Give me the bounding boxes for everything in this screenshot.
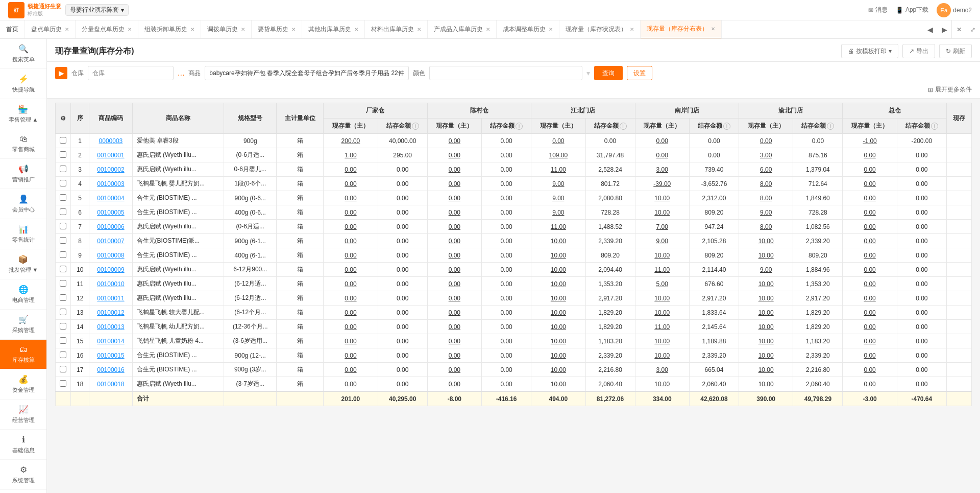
sidebar-item-basic[interactable]: ℹ 基础信息: [0, 430, 46, 460]
cell-select[interactable]: [56, 162, 71, 177]
sidebar-item-search[interactable]: 🔍 搜索英单: [0, 39, 46, 69]
cell-t-stock[interactable]: 0.00: [843, 348, 897, 363]
cell-na-stock[interactable]: 10.00: [635, 248, 690, 263]
cell-na-stock[interactable]: 9.00: [635, 234, 690, 248]
cell-yb-stock[interactable]: 6.00: [739, 162, 793, 177]
cell-na-stock[interactable]: 10.00: [635, 306, 690, 320]
row-checkbox[interactable]: [60, 180, 66, 186]
tab-home[interactable]: 首页: [0, 20, 25, 39]
cell-t-stock[interactable]: 0.00: [843, 291, 897, 306]
cell-yb-stock[interactable]: 10.00: [739, 377, 793, 392]
cell-select[interactable]: [56, 220, 71, 234]
sidebar-item-system[interactable]: ⚙ 系统管理: [0, 460, 46, 490]
cell-c-stock[interactable]: 0.00: [427, 277, 482, 291]
tab-requisition[interactable]: 要货单历史 ✕: [252, 20, 302, 39]
row-checkbox[interactable]: [60, 366, 66, 372]
cell-select[interactable]: [56, 277, 71, 291]
cell-c-stock[interactable]: 0.00: [427, 377, 482, 392]
close-icon[interactable]: ✕: [711, 26, 715, 32]
cell-f-stock[interactable]: 0.00: [324, 377, 378, 392]
setting-btn[interactable]: 设置: [627, 66, 652, 80]
info-icon[interactable]: i: [620, 123, 627, 130]
cell-code[interactable]: 00100011: [89, 291, 132, 306]
close-icon[interactable]: ✕: [65, 27, 69, 32]
cell-c-stock[interactable]: 0.00: [427, 248, 482, 263]
cell-code[interactable]: 00100016: [89, 363, 132, 377]
cell-c-stock[interactable]: 0.00: [427, 162, 482, 177]
tab-assembly[interactable]: 组装拆卸单历史 ✕: [138, 20, 201, 39]
cell-jb-stock[interactable]: 10.00: [531, 363, 586, 377]
cell-code[interactable]: 0000003: [89, 134, 132, 148]
cell-t-stock[interactable]: 0.00: [843, 205, 897, 220]
cell-code[interactable]: 00100012: [89, 306, 132, 320]
cell-c-stock[interactable]: 0.00: [427, 291, 482, 306]
cell-t-stock[interactable]: 0.00: [843, 306, 897, 320]
cell-na-stock[interactable]: 10.00: [635, 291, 690, 306]
cell-jb-stock[interactable]: 10.00: [531, 263, 586, 277]
close-icon[interactable]: ✕: [549, 27, 553, 32]
query-btn[interactable]: 查询: [594, 66, 623, 80]
cell-c-stock[interactable]: 0.00: [427, 320, 482, 334]
sidebar-item-purchase[interactable]: 🛒 采购管理: [0, 310, 46, 340]
sidebar-item-enterprise[interactable]: 🤝 企业协同: [0, 490, 46, 493]
cell-t-stock[interactable]: 0.00: [843, 191, 897, 205]
cell-na-stock[interactable]: 10.00: [635, 348, 690, 363]
sidebar-item-operation[interactable]: 📈 经营管理: [0, 400, 46, 430]
tab-transfer[interactable]: 调拨单历史 ✕: [201, 20, 252, 39]
cell-code[interactable]: 00100009: [89, 263, 132, 277]
tab-stock-dist[interactable]: 现存量（库存分布表） ✕: [641, 20, 722, 39]
user-area[interactable]: Ea demo2: [937, 3, 972, 17]
row-checkbox[interactable]: [60, 309, 66, 315]
cell-na-stock[interactable]: 7.00: [635, 220, 690, 234]
cell-t-stock[interactable]: 0.00: [843, 334, 897, 348]
info-icon[interactable]: i: [931, 123, 938, 130]
col-gear[interactable]: ⚙: [56, 103, 71, 134]
cell-yb-stock[interactable]: 9.00: [739, 205, 793, 220]
sidebar-item-wholesale[interactable]: 📦 批发管理 ▼: [0, 249, 46, 279]
warehouse-input[interactable]: [88, 66, 174, 80]
cell-f-stock[interactable]: 0.00: [324, 320, 378, 334]
cell-jb-stock[interactable]: 10.00: [531, 320, 586, 334]
cell-code[interactable]: 00100006: [89, 220, 132, 234]
nav-expand-btn[interactable]: ⤢: [966, 20, 980, 39]
goods-input[interactable]: [205, 66, 409, 80]
tab-sub-inventory[interactable]: 分量盘点单历史 ✕: [76, 20, 138, 39]
info-icon[interactable]: i: [516, 123, 523, 130]
cell-select[interactable]: [56, 320, 71, 334]
cell-jb-stock[interactable]: 10.00: [531, 348, 586, 363]
cell-t-stock[interactable]: 0.00: [843, 263, 897, 277]
cell-f-stock[interactable]: 0.00: [324, 306, 378, 320]
cell-yb-stock[interactable]: 10.00: [739, 334, 793, 348]
row-checkbox[interactable]: [60, 251, 66, 258]
cell-jb-stock[interactable]: 10.00: [531, 291, 586, 306]
row-checkbox[interactable]: [60, 337, 66, 344]
cell-c-stock[interactable]: 0.00: [427, 363, 482, 377]
row-checkbox[interactable]: [60, 266, 66, 272]
cell-na-stock[interactable]: 10.00: [635, 377, 690, 392]
cell-f-stock[interactable]: 0.00: [324, 220, 378, 234]
row-checkbox[interactable]: [60, 166, 66, 172]
color-input[interactable]: [429, 66, 582, 80]
cell-c-stock[interactable]: 0.00: [427, 263, 482, 277]
nav-close-all-btn[interactable]: ✕: [951, 20, 966, 39]
cell-select[interactable]: [56, 377, 71, 392]
cell-select[interactable]: [56, 205, 71, 220]
info-icon[interactable]: i: [827, 123, 834, 130]
cell-select[interactable]: [56, 148, 71, 162]
cell-jb-stock[interactable]: 11.00: [531, 162, 586, 177]
cell-jb-stock[interactable]: 10.00: [531, 234, 586, 248]
row-checkbox[interactable]: [60, 380, 66, 387]
cell-f-stock[interactable]: 200.00: [324, 134, 378, 148]
nav-prev-btn[interactable]: ◀: [923, 20, 937, 39]
cell-na-stock[interactable]: 5.00: [635, 277, 690, 291]
cell-f-stock[interactable]: 0.00: [324, 177, 378, 191]
cell-c-stock[interactable]: 0.00: [427, 348, 482, 363]
cell-f-stock[interactable]: 0.00: [324, 363, 378, 377]
sidebar-item-finance[interactable]: 💰 资金管理: [0, 369, 46, 400]
cell-c-stock[interactable]: 0.00: [427, 306, 482, 320]
cell-t-stock[interactable]: 0.00: [843, 248, 897, 263]
cell-jb-stock[interactable]: 10.00: [531, 277, 586, 291]
cell-na-stock[interactable]: 10.00: [635, 191, 690, 205]
cell-jb-stock[interactable]: 9.00: [531, 191, 586, 205]
row-checkbox[interactable]: [60, 151, 66, 158]
